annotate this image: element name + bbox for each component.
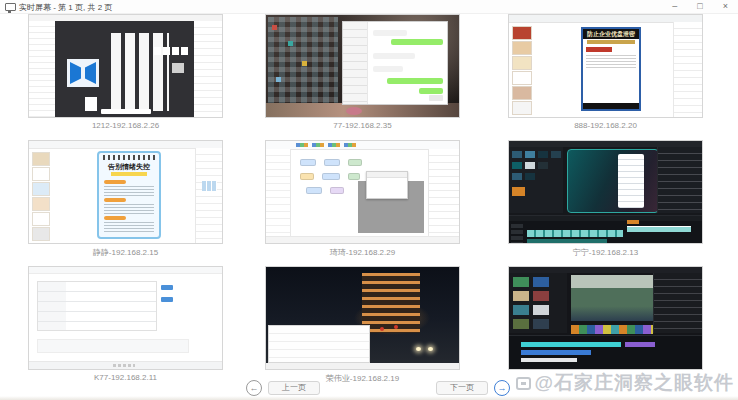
thumb-chat-list <box>343 22 368 104</box>
thumb-orange-chip <box>104 180 126 184</box>
thumb-dialog-window <box>366 171 408 199</box>
thumb-icon-dot <box>302 61 307 66</box>
screen-tile-1[interactable]: 1212-192.168.2.26 <box>28 14 223 131</box>
thumb-artboards <box>111 33 169 111</box>
thumb-media-item <box>512 187 525 196</box>
screen-tile-7[interactable]: K77-192.168.2.11 <box>28 266 223 383</box>
screen-thumbnail: 防止企业优盘泄密 <box>508 14 703 118</box>
thumb-filmstrip <box>571 325 653 334</box>
thumb-page-card <box>32 197 50 211</box>
thumb-bottom-bar <box>266 236 459 243</box>
screen-thumbnail <box>508 140 703 244</box>
screen-tile-2[interactable]: 77-192.168.2.35 <box>265 14 460 131</box>
screen-label: 1212-192.168.2.26 <box>28 121 223 131</box>
thumb-flow-node <box>348 159 362 166</box>
thumb-icon-dot <box>272 25 277 30</box>
thumb-orange-chip <box>104 216 126 220</box>
thumb-flow-node <box>330 187 344 194</box>
thumb-gray-bubble <box>373 53 415 59</box>
next-page-arrow-button[interactable]: → <box>494 380 510 396</box>
thumb-media-item <box>512 173 522 180</box>
thumb-timeline-toolbar <box>509 216 702 221</box>
thumb-headlight <box>416 347 421 351</box>
thumb-media-item <box>533 291 549 301</box>
close-button[interactable]: × <box>723 0 728 13</box>
thumb-page-card <box>512 26 532 40</box>
screen-tile-9[interactable] <box>508 266 703 383</box>
thumb-teal-clip-row <box>527 239 607 243</box>
thumb-headlight <box>428 347 433 351</box>
thumb-left-panel <box>266 149 291 237</box>
thumb-track-labels <box>511 224 523 244</box>
thumb-blue-clip <box>521 350 591 355</box>
thumb-teal-clip-long <box>627 226 691 232</box>
screen-tile-6[interactable]: 宁宁-192.168.2.13 <box>508 140 703 257</box>
thumb-page-card <box>512 101 532 115</box>
thumb-icon-dot <box>288 41 293 46</box>
thumb-red-lantern <box>394 325 398 329</box>
screen-label: K77-192.168.2.11 <box>28 373 223 383</box>
thumb-phone-screenshot <box>618 154 644 208</box>
thumb-media-item <box>538 162 548 169</box>
screen-tile-4[interactable]: 告别情绪失控 静静-192.168.2.15 <box>28 140 223 257</box>
left-arrow-icon: ← <box>250 383 259 393</box>
thumb-photo-detail <box>346 107 362 115</box>
thumb-page-card <box>32 227 50 241</box>
thumb-media-item <box>512 151 522 158</box>
prev-page-button[interactable]: 上一页 <box>268 381 320 395</box>
screen-thumbnail <box>28 14 223 118</box>
thumb-right-sidebar <box>193 21 222 117</box>
thumb-media-item <box>533 319 549 329</box>
thumb-media-item <box>551 151 561 158</box>
thumb-spiral-binding <box>103 155 155 160</box>
thumb-yellow-highlight <box>111 172 147 176</box>
minimize-button[interactable]: – <box>672 0 677 13</box>
thumb-right-panel <box>195 148 222 243</box>
thumb-poster-goldbar <box>587 40 635 44</box>
thumb-gray-bubble <box>373 30 407 36</box>
screen-thumbnail <box>265 266 460 370</box>
thumb-gray-bubble <box>373 66 403 72</box>
thumb-page-card <box>512 56 532 70</box>
thumb-media-item <box>525 151 535 158</box>
screen-label: 77-192.168.2.35 <box>265 121 460 131</box>
thumb-cyan-clip <box>521 342 621 347</box>
thumb-properties-panel <box>657 147 702 213</box>
thumb-blue-logo <box>67 59 99 87</box>
screen-tile-5[interactable]: 琦琦-192.168.2.29 <box>265 140 460 257</box>
screen-thumbnail <box>265 140 460 244</box>
thumb-toolbar <box>29 267 222 274</box>
thumb-textlines <box>104 222 154 232</box>
thumb-lower-block <box>37 339 189 353</box>
thumb-media-item <box>513 319 529 329</box>
thumb-green-bubble <box>387 78 443 84</box>
thumb-page-card <box>32 167 50 181</box>
screen-thumbnail <box>28 266 223 370</box>
thumb-page-card <box>512 71 532 85</box>
thumb-small-frames <box>154 47 190 55</box>
thumb-teal-clips <box>527 230 623 237</box>
screen-thumbnail <box>265 14 460 118</box>
thumb-color-swatches <box>202 181 217 191</box>
thumb-media-item <box>533 305 549 315</box>
thumb-video-preview <box>571 275 653 321</box>
maximize-button[interactable]: □ <box>697 0 702 13</box>
thumb-media-item <box>513 277 529 287</box>
thumb-blue-button <box>161 285 173 290</box>
thumb-poster-title: 告别情绪失控 <box>99 162 159 172</box>
prev-page-arrow-button[interactable]: ← <box>246 380 262 396</box>
screen-tile-8[interactable]: 荣伟业-192.168.2.19 <box>265 266 460 383</box>
thumb-properties-panel <box>653 273 702 333</box>
next-page-button[interactable]: 下一页 <box>436 381 488 395</box>
screen-thumbnail: 告别情绪失控 <box>28 140 223 244</box>
thumb-left-sidebar <box>29 21 56 117</box>
thumb-timeline <box>509 215 702 243</box>
thumb-page-card <box>32 212 50 226</box>
right-arrow-icon: → <box>498 383 507 393</box>
screen-tile-3[interactable]: 防止企业优盘泄密 888-192.168.2.20 <box>508 14 703 131</box>
thumb-orange-chip <box>104 198 126 202</box>
thumb-toolbar <box>29 141 222 149</box>
monitor-icon <box>5 3 16 11</box>
thumb-textlines <box>104 186 154 196</box>
screen-thumbnail <box>508 266 703 370</box>
